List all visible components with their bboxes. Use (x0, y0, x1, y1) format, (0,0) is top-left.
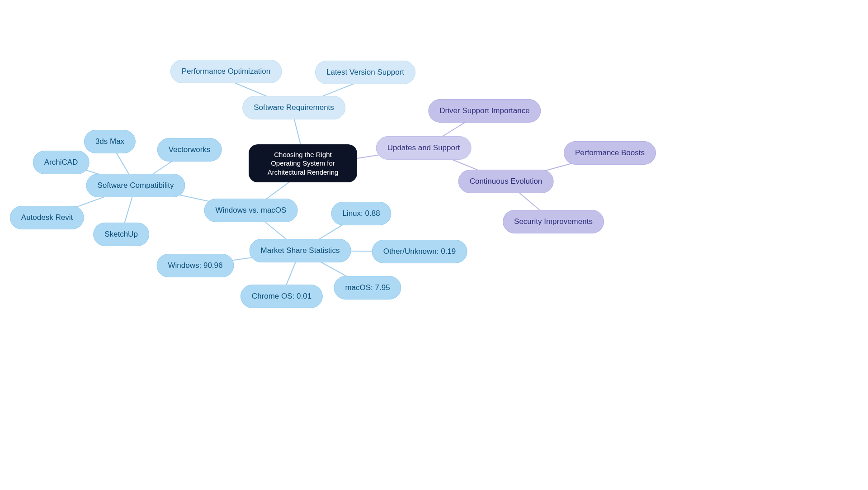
node-latest-version-support[interactable]: Latest Version Support (315, 61, 415, 84)
node-autodesk-revit[interactable]: Autodesk Revit (10, 206, 84, 229)
node-label: Latest Version Support (326, 67, 404, 77)
node-label: Linux: 0.88 (342, 209, 380, 219)
node-security-improvements[interactable]: Security Improvements (503, 210, 604, 233)
node-market-share[interactable]: Market Share Statistics (250, 239, 351, 262)
node-3ds-max[interactable]: 3ds Max (84, 130, 136, 153)
node-label: Vectorworks (169, 145, 211, 155)
node-vectorworks[interactable]: Vectorworks (157, 138, 222, 162)
root-node[interactable]: Choosing the Right Operating System for … (249, 144, 357, 182)
node-label: Updates and Support (387, 143, 460, 153)
node-label: Security Improvements (514, 217, 593, 227)
node-windows-vs-macos[interactable]: Windows vs. macOS (204, 199, 298, 222)
node-label: Performance Optimization (182, 67, 271, 76)
node-performance-optimization[interactable]: Performance Optimization (170, 60, 282, 83)
node-label: Software Requirements (254, 103, 334, 113)
node-label: Windows: 90.96 (168, 261, 223, 271)
node-sketchup[interactable]: SketchUp (93, 223, 149, 246)
node-software-compatibility[interactable]: Software Compatibility (86, 174, 185, 197)
node-label: Driver Support Importance (439, 106, 529, 116)
node-windows-stat[interactable]: Windows: 90.96 (157, 254, 234, 277)
node-label: macOS: 7.95 (345, 283, 390, 293)
node-archicad[interactable]: ArchiCAD (33, 151, 90, 174)
node-label: Other/Unknown: 0.19 (383, 247, 456, 257)
node-driver-support[interactable]: Driver Support Importance (428, 99, 541, 123)
node-label: Autodesk Revit (21, 213, 73, 223)
node-software-requirements[interactable]: Software Requirements (242, 96, 345, 119)
node-label: Continuous Evolution (470, 176, 542, 186)
node-performance-boosts[interactable]: Performance Boosts (564, 141, 656, 165)
node-label: Windows vs. macOS (216, 205, 287, 215)
root-label: Choosing the Right Operating System for … (259, 150, 346, 177)
node-continuous-evolution[interactable]: Continuous Evolution (458, 170, 554, 193)
node-label: 3ds Max (95, 137, 124, 147)
node-label: Chrome OS: 0.01 (252, 291, 311, 301)
node-other-unknown[interactable]: Other/Unknown: 0.19 (372, 240, 467, 263)
node-label: Performance Boosts (575, 148, 645, 158)
node-updates-support[interactable]: Updates and Support (376, 136, 472, 160)
node-chrome-os[interactable]: Chrome OS: 0.01 (241, 285, 323, 308)
node-label: ArchiCAD (44, 157, 78, 167)
node-label: SketchUp (104, 229, 138, 239)
node-label: Market Share Statistics (261, 246, 340, 256)
node-linux[interactable]: Linux: 0.88 (331, 202, 391, 225)
node-macos-stat[interactable]: macOS: 7.95 (334, 276, 401, 300)
node-label: Software Compatibility (97, 181, 174, 190)
